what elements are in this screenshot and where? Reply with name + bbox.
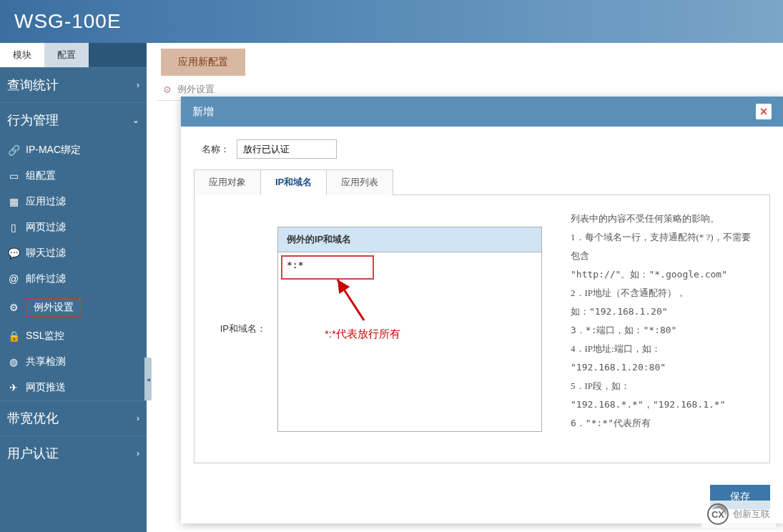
section-query-stats[interactable]: 查询统计 › bbox=[0, 67, 147, 102]
gear-icon: ⚙ bbox=[163, 84, 172, 95]
watermark: CX 创新互联 bbox=[701, 501, 776, 528]
sidebar-item-ssl[interactable]: 🔒 SSL监控 bbox=[0, 323, 147, 349]
mail-icon: @ bbox=[7, 273, 20, 285]
modal-title: 新增 bbox=[192, 105, 214, 119]
help-text: 列表中的内容不受任何策略的影响。 1．每个域名一行，支持通配符(* ?)，不需要… bbox=[571, 210, 755, 448]
link-icon: 🔗 bbox=[7, 144, 20, 156]
tab-modules[interactable]: 模块 bbox=[0, 43, 44, 67]
name-input[interactable] bbox=[237, 139, 337, 159]
sidebar-item-label: 应用过滤 bbox=[26, 195, 66, 208]
svg-line-0 bbox=[338, 280, 364, 320]
app-title: WSG-100E bbox=[14, 10, 122, 33]
help-line: 如："192.168.1.20" bbox=[571, 302, 755, 321]
help-line: "192.168.1.20:80" bbox=[571, 358, 755, 377]
name-label: 名称： bbox=[194, 143, 230, 156]
page-icon: ▯ bbox=[7, 222, 20, 233]
sidebar-item-chatfilter[interactable]: 💬 聊天过滤 bbox=[0, 240, 147, 266]
help-line: 6．"*:*"代表所有 bbox=[571, 414, 755, 433]
sidebar-item-mailfilter[interactable]: @ 邮件过滤 bbox=[0, 266, 147, 292]
chevron-right-icon: › bbox=[137, 448, 139, 458]
section-label: 带宽优化 bbox=[7, 410, 59, 427]
sidebar-item-share[interactable]: ◍ 共享检测 bbox=[0, 349, 147, 375]
section-label: 行为管理 bbox=[7, 112, 59, 129]
sidebar-item-label: IP-MAC绑定 bbox=[26, 144, 81, 157]
sidebar-item-push[interactable]: ✈ 网页推送 bbox=[0, 375, 147, 400]
section-userauth[interactable]: 用户认证 › bbox=[0, 435, 147, 471]
sidebar-item-label: 邮件过滤 bbox=[26, 272, 66, 285]
behavior-menu: 🔗 IP-MAC绑定 ▭ 组配置 ▦ 应用过滤 ▯ 网页过滤 💬 聊天过滤 @ … bbox=[0, 137, 147, 400]
sidebar-item-webfilter[interactable]: ▯ 网页过滤 bbox=[0, 215, 147, 240]
help-line: 1．每个域名一行，支持通配符(* ?)，不需要包含 bbox=[571, 228, 755, 265]
chevron-right-icon: › bbox=[137, 80, 139, 90]
sidebar-item-ipmac[interactable]: 🔗 IP-MAC绑定 bbox=[0, 137, 147, 163]
sidebar-item-label: 聊天过滤 bbox=[26, 247, 66, 260]
sidebar: 模块 配置 查询统计 › 行为管理 ⌄ 🔗 IP-MAC绑定 ▭ 组配置 ▦ 应… bbox=[0, 43, 147, 532]
modal-body: 名称： 应用对象 IP和域名 应用列表 IP和域名： 例外的IP和域名 bbox=[181, 127, 783, 476]
modal-tabs: 应用对象 IP和域名 应用列表 bbox=[194, 169, 770, 195]
ipbox-header: 例外的IP和域名 bbox=[278, 227, 541, 252]
add-modal: 新增 × 名称： 应用对象 IP和域名 应用列表 IP和域名： 例外的IP和域名 bbox=[181, 97, 783, 523]
section-label: 查询统计 bbox=[7, 77, 59, 94]
tab-ipdomain[interactable]: IP和域名 bbox=[260, 169, 327, 195]
sidebar-item-label: 组配置 bbox=[26, 169, 56, 182]
tab-target[interactable]: 应用对象 bbox=[194, 169, 261, 195]
section-label: 用户认证 bbox=[7, 445, 59, 462]
tab-applist[interactable]: 应用列表 bbox=[326, 169, 393, 195]
ipdomain-panel: IP和域名： 例外的IP和域名 *:*代表放行所有 列表中的内容不受任何策略的影… bbox=[194, 195, 770, 463]
sidebar-item-label: 共享检测 bbox=[26, 355, 66, 368]
section-behavior-mgmt[interactable]: 行为管理 ⌄ bbox=[0, 102, 147, 137]
lock-icon: 🔒 bbox=[7, 330, 20, 342]
sidebar-item-exception[interactable]: ⚙ 例外设置 bbox=[0, 292, 147, 323]
chat-icon: 💬 bbox=[7, 247, 20, 259]
watermark-text: 创新互联 bbox=[733, 508, 770, 521]
sidebar-item-label: 例外设置 bbox=[26, 298, 82, 317]
sidebar-item-group[interactable]: ▭ 组配置 bbox=[0, 163, 147, 189]
ip-label: IP和域名： bbox=[209, 322, 266, 335]
ipbox-body: *:*代表放行所有 bbox=[278, 252, 541, 431]
help-line: "http://"。如："*.google.com" bbox=[571, 265, 755, 284]
watermark-logo-icon: CX bbox=[707, 503, 729, 525]
help-line: "192.168.*.*"，"192.168.1.*" bbox=[571, 395, 755, 414]
help-line: 2．IP地址（不含通配符）， bbox=[571, 284, 755, 302]
sidebar-item-appfilter[interactable]: ▦ 应用过滤 bbox=[0, 189, 147, 215]
help-line: 5．IP段，如： bbox=[571, 377, 755, 395]
sidebar-item-label: 网页过滤 bbox=[26, 221, 66, 234]
sidebar-tabbar: 模块 配置 bbox=[0, 43, 147, 67]
help-intro: 列表中的内容不受任何策略的影响。 bbox=[571, 210, 755, 228]
gear-icon: ⚙ bbox=[7, 302, 20, 313]
app-header: WSG-100E bbox=[0, 0, 783, 43]
sidebar-item-label: 网页推送 bbox=[26, 381, 66, 394]
grid-icon: ▦ bbox=[7, 196, 20, 207]
left-column: IP和域名： 例外的IP和域名 *:*代表放行所有 bbox=[209, 210, 542, 448]
chevron-right-icon: › bbox=[137, 413, 139, 423]
send-icon: ✈ bbox=[7, 382, 20, 393]
name-row: 名称： bbox=[194, 139, 770, 159]
annotation-text: *:*代表放行所有 bbox=[325, 327, 400, 341]
help-line: 3．*:端口，如："*:80" bbox=[571, 321, 755, 340]
help-line: 4．IP地址:端口，如： bbox=[571, 340, 755, 358]
annotation-arrow-icon bbox=[332, 274, 375, 324]
ipbox: 例外的IP和域名 *:*代表放行所有 bbox=[277, 227, 542, 432]
chevron-down-icon: ⌄ bbox=[132, 115, 139, 125]
modal-footer: 保存 bbox=[181, 476, 783, 523]
apply-config-button[interactable]: 应用新配置 bbox=[161, 49, 245, 76]
id-icon: ▭ bbox=[7, 170, 20, 182]
close-icon[interactable]: × bbox=[756, 104, 772, 119]
modal-header: 新增 × bbox=[181, 97, 783, 127]
breadcrumb-label: 例外设置 bbox=[177, 83, 215, 96]
sidebar-item-label: SSL监控 bbox=[26, 330, 64, 343]
tab-config[interactable]: 配置 bbox=[44, 43, 89, 67]
section-bandwidth[interactable]: 带宽优化 › bbox=[0, 400, 147, 435]
ip-textarea[interactable] bbox=[281, 255, 374, 280]
sidebar-collapse-handle[interactable]: ◂ bbox=[144, 358, 152, 400]
share-icon: ◍ bbox=[7, 356, 20, 368]
